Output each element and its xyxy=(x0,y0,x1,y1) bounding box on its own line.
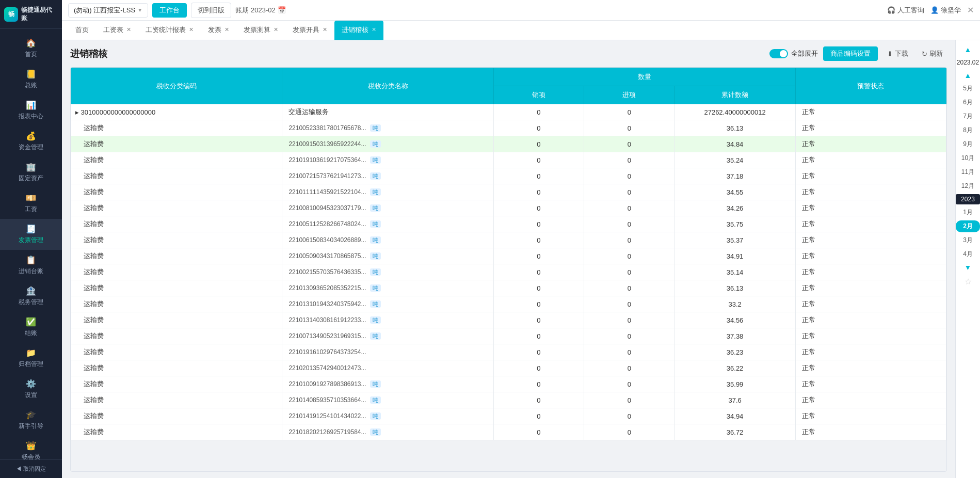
table-cell-tax-detail: 221013101943240375942... 吨 xyxy=(282,296,493,312)
sidebar-item-tax[interactable]: 🏦 税务管理 xyxy=(0,281,62,312)
scroll-up-icon[interactable]: ▲ xyxy=(965,70,972,81)
table-cell-sale: 0 xyxy=(493,408,584,424)
vip-icon: 👑 xyxy=(26,441,36,451)
table-row: 运输费 xyxy=(71,264,282,280)
month-7[interactable]: 7月 xyxy=(956,110,980,122)
table-cell-status: 正常 xyxy=(795,200,946,216)
sidebar-item-invoice[interactable]: 🧾 发票管理 xyxy=(0,219,62,250)
tab-close-icon[interactable]: ✕ xyxy=(274,26,278,33)
sidebar-nav: 🏠 首页 📒 总账 📊 报表中心 💰 资金管理 🏢 固定资产 💴 工资 🧾 发票… xyxy=(0,29,62,459)
month-4[interactable]: 4月 xyxy=(956,248,980,260)
main-content: (勿动) 江西报宝-LSS ▼ 工作台 切到旧版 账期 2023-02 📅 🎧 … xyxy=(62,0,980,478)
ledger-icon: 📒 xyxy=(26,69,36,79)
table-cell-purchase: 0 xyxy=(584,408,674,424)
tab-invoice-open[interactable]: 发票开具 ✕ xyxy=(285,21,334,40)
sidebar-item-home[interactable]: 🏠 首页 xyxy=(0,33,62,64)
settings-icon: ⚙️ xyxy=(26,379,36,389)
sidebar-item-vip[interactable]: 👑 畅会员 xyxy=(0,436,62,459)
product-code-setting-button[interactable]: 商品编码设置 xyxy=(823,46,878,61)
main-table-container: 税收分类编码 税收分类名称 数量 预警状态 销项 进项 累计数额 ▸ 3 xyxy=(70,67,947,472)
topbar-left: (勿动) 江西报宝-LSS ▼ 工作台 切到旧版 账期 2023-02 📅 xyxy=(68,3,286,18)
sidebar-item-assets[interactable]: 🏢 固定资产 xyxy=(0,157,62,188)
sidebar-item-reports[interactable]: 📊 报表中心 xyxy=(0,95,62,126)
customer-service[interactable]: 🎧 人工客询 xyxy=(887,6,924,15)
year-2023-badge[interactable]: 2023 xyxy=(956,194,980,204)
sidebar-unpin[interactable]: ◀ 取消固定 xyxy=(0,459,62,478)
company-selector[interactable]: (勿动) 江西报宝-LSS ▼ xyxy=(68,3,148,18)
table-cell-tax-detail: 221020135742940012473... xyxy=(282,360,493,376)
tab-invoice-calc[interactable]: 发票测算 ✕ xyxy=(236,21,285,40)
month-3[interactable]: 3月 xyxy=(956,234,980,246)
month-11[interactable]: 11月 xyxy=(956,166,980,178)
sidebar-item-ledger[interactable]: 📒 总账 xyxy=(0,64,62,95)
table-cell-status: 正常 xyxy=(795,424,946,440)
table-cell-sale: 0 xyxy=(493,344,584,360)
sidebar-item-settings[interactable]: ⚙️ 设置 xyxy=(0,374,62,405)
headset-icon: 🎧 xyxy=(887,6,895,14)
tab-close-icon[interactable]: ✕ xyxy=(189,26,194,33)
tab-invoice[interactable]: 发票 ✕ xyxy=(201,21,236,40)
tax-icon: 🏦 xyxy=(26,286,36,296)
download-button[interactable]: ⬇ 下载 xyxy=(883,46,912,61)
table-row: 运输费 xyxy=(71,152,282,168)
table-cell-name: 交通运输服务 xyxy=(282,104,493,120)
table-row: 运输费 xyxy=(71,376,282,392)
tab-salary-table[interactable]: 工资表 ✕ xyxy=(96,21,138,40)
th-purchase: 进项 xyxy=(584,86,674,104)
tab-salary-report-label: 工资统计报表 xyxy=(146,25,186,35)
month-5[interactable]: 5月 xyxy=(956,83,980,94)
user-menu[interactable]: 👤 徐坚华 xyxy=(930,6,961,15)
table-cell-status: 正常 xyxy=(795,408,946,424)
tab-invoice-open-label: 发票开具 xyxy=(293,25,319,35)
tab-home[interactable]: 首页 xyxy=(68,21,96,40)
month-10[interactable]: 10月 xyxy=(956,152,980,164)
tab-close-icon[interactable]: ✕ xyxy=(126,26,131,33)
reports-icon: 📊 xyxy=(26,100,36,110)
table-cell-sale: 0 xyxy=(493,200,584,216)
th-tax-code: 税收分类编码 xyxy=(71,68,282,104)
refresh-button[interactable]: ↻ 刷新 xyxy=(918,46,947,61)
back-button[interactable]: 切到旧版 xyxy=(191,3,231,18)
month-2-active[interactable]: 2月 xyxy=(956,220,980,232)
month-8[interactable]: 8月 xyxy=(956,124,980,136)
tab-close-icon[interactable]: ✕ xyxy=(323,26,327,33)
sidebar-item-settle[interactable]: ✅ 结账 xyxy=(0,312,62,343)
table-cell-sale: 0 xyxy=(493,104,584,120)
sidebar-item-archive[interactable]: 📁 归档管理 xyxy=(0,343,62,374)
month-1[interactable]: 1月 xyxy=(956,206,980,218)
right-panel: ▲ 2023.02 ▲ 5月 6月 7月 8月 9月 10月 11月 12月 2… xyxy=(955,40,980,478)
workspace-button[interactable]: 工作台 xyxy=(152,3,187,18)
table-cell-total: 36.22 xyxy=(674,360,795,376)
page-header: 进销稽核 全部展开 商品编码设置 ⬇ 下载 ↻ 刷新 xyxy=(70,46,947,61)
period-label: 账期 xyxy=(235,6,249,15)
tab-close-active-icon[interactable]: ✕ xyxy=(372,26,376,33)
year-2023-02-label: 2023.02 xyxy=(957,57,979,68)
sidebar-item-newguide[interactable]: 🎓 新手引导 xyxy=(0,405,62,436)
sidebar-item-capital[interactable]: 💰 资金管理 xyxy=(0,126,62,157)
table-cell-total: 34.56 xyxy=(674,312,795,328)
scroll-up-arrow[interactable]: ▲ xyxy=(965,44,972,55)
sidebar-item-purchase[interactable]: 📋 进销台账 xyxy=(0,250,62,281)
month-6[interactable]: 6月 xyxy=(956,97,980,108)
tab-salary-report[interactable]: 工资统计报表 ✕ xyxy=(138,21,201,40)
month-9[interactable]: 9月 xyxy=(956,138,980,150)
calendar-icon[interactable]: 📅 xyxy=(278,6,286,14)
page-area: 进销稽核 全部展开 商品编码设置 ⬇ 下载 ↻ 刷新 xyxy=(62,40,980,478)
expand-toggle[interactable]: 全部展开 xyxy=(769,49,818,58)
star-icon[interactable]: ☆ xyxy=(965,275,972,289)
month-12[interactable]: 12月 xyxy=(956,180,980,192)
page-title: 进销稽核 xyxy=(70,47,107,60)
close-icon[interactable]: ✕ xyxy=(967,5,974,15)
reconcile-table: 税收分类编码 税收分类名称 数量 预警状态 销项 进项 累计数额 ▸ 3 xyxy=(71,68,946,440)
sidebar-item-salary[interactable]: 💴 工资 xyxy=(0,188,62,219)
table-cell-total: 37.18 xyxy=(674,168,795,184)
toggle-switch[interactable] xyxy=(769,49,788,58)
table-cell-total: 37.38 xyxy=(674,328,795,344)
table-cell-total: 34.26 xyxy=(674,200,795,216)
table-cell-status: 正常 xyxy=(795,152,946,168)
tab-close-icon[interactable]: ✕ xyxy=(224,26,229,33)
scroll-down-icon[interactable]: ▼ xyxy=(965,262,972,273)
table-cell-purchase: 0 xyxy=(584,392,674,408)
tab-reconcile[interactable]: 进销稽核 ✕ xyxy=(334,21,383,40)
topbar-right: 🎧 人工客询 👤 徐坚华 ✕ xyxy=(887,5,974,15)
